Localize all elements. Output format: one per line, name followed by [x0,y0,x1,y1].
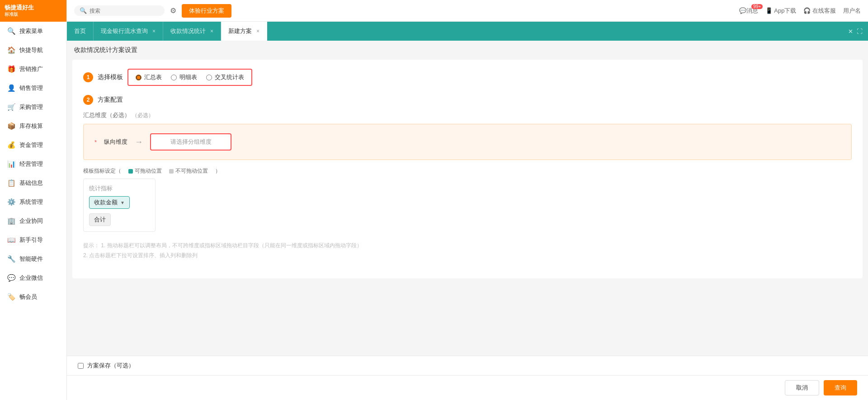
tab-label-bank-flow: 现金银行流水查询 [101,27,148,35]
basic-info-label: 基础信息 [19,179,43,187]
radio-summary-input[interactable] [136,75,142,80]
search-input[interactable] [90,8,153,14]
logo-sub: 标准版 [5,11,34,18]
legend-close: ） [215,167,221,175]
sidebar-item-quick-nav[interactable]: 🏠快捷导航 [0,41,66,60]
tab-close-bank-flow[interactable]: × [152,28,156,34]
marketing-icon: 🎁 [7,65,16,73]
support-label: 在线客服 [812,7,836,14]
sidebar-item-new-guide[interactable]: 📖新手引导 [0,231,66,249]
support-button[interactable]: 🎧 在线客服 [803,7,836,15]
finance-label: 资金管理 [19,141,43,149]
operation-label: 经营管理 [19,160,43,168]
sidebar-item-smart-hw[interactable]: 🔧智能硬件 [0,249,66,268]
tab-close-new-plan[interactable]: × [256,28,259,34]
sidebar-item-search-menu[interactable]: 🔍搜索菜单 [0,22,66,41]
sidebar-item-sys-mgmt[interactable]: ⚙️系统管理 [0,193,66,212]
step2-label: 方案配置 [98,96,123,104]
tab-collection-stat[interactable]: 收款情况统计× [163,22,221,41]
sidebar-item-marketing[interactable]: 🎁营销推广 [0,60,66,79]
message-icon: 💬 [739,7,746,14]
hint-area: 提示： 1. 拖动标题栏可以调整布局，不可跨维度或指标区域拖动栏目字段（只能在同… [83,241,852,260]
close-window-icon[interactable]: ✕ [848,28,853,35]
quick-nav-icon: 🏠 [7,46,16,54]
corp-wechat-label: 企业微信 [19,274,43,282]
step1-num: 1 [83,72,93,82]
radio-summary-label[interactable]: 汇总表 [144,73,162,81]
metrics-tag-revenue[interactable]: 收款金额 ▼ [89,196,130,209]
step1-label: 选择模板 [98,73,123,81]
finance-icon: 💰 [7,141,16,149]
sales-icon: 👤 [7,84,16,92]
radio-cross[interactable]: 交叉统计表 [206,73,244,81]
legend-draggable: 可拖动位置 [128,167,162,175]
sidebar: 畅捷通好生 标准版 🔍搜索菜单🏠快捷导航🎁营销推广👤销售管理🛒采购管理📦库存核算… [0,0,67,400]
search-icon: 🔍 [80,7,87,14]
radio-cross-input[interactable] [206,75,212,80]
messages-button[interactable]: 💬 消息 99+ [739,7,758,15]
tab-new-plan[interactable]: 新建方案× [221,22,267,41]
download-label: App下载 [774,7,796,14]
messages-badge: 99+ [751,4,763,9]
tab-bank-flow[interactable]: 现金银行流水查询× [94,22,163,41]
trial-button[interactable]: 体验行业方案 [182,4,231,18]
radio-cross-label[interactable]: 交叉统计表 [215,73,244,81]
sidebar-item-corp-coop[interactable]: 🏢企业协同 [0,212,66,231]
sidebar-item-member[interactable]: 🏷️畅会员 [0,287,66,306]
inventory-label: 库存核算 [19,122,43,130]
metrics-table: 统计指标 收款金额 ▼ 合计 [83,179,156,232]
dimension-select-button[interactable]: 请选择分组维度 [150,133,231,151]
sidebar-item-inventory[interactable]: 📦库存核算 [0,117,66,136]
corp-coop-icon: 🏢 [7,217,16,225]
corp-coop-label: 企业协同 [19,217,43,225]
topbar: 🔍 ⚙ 体验行业方案 💬 消息 99+ 📱 App下载 🎧 在线客服 用户名 [67,0,868,22]
topbar-right: 💬 消息 99+ 📱 App下载 🎧 在线客服 用户名 [739,7,861,15]
sidebar-logo: 畅捷通好生 标准版 [0,0,66,22]
step1-header: 1 选择模板 汇总表 明细表 交叉统计表 [83,69,852,86]
download-button[interactable]: 📱 App下载 [765,7,796,15]
tab-home[interactable]: 首页 [67,22,94,41]
required-star: * [94,139,97,146]
member-icon: 🏷️ [7,293,16,301]
radio-detail-input[interactable] [171,75,177,80]
smart-hw-label: 智能硬件 [19,255,43,263]
tab-close-collection-stat[interactable]: × [210,28,213,34]
dimension-arrow: → [135,137,143,147]
step1-section: 1 选择模板 汇总表 明细表 交叉统计表 [83,69,852,86]
main-card: 1 选择模板 汇总表 明细表 交叉统计表 [72,60,863,278]
save-label[interactable]: 方案保存（可选） [87,362,134,370]
search-menu-label: 搜索菜单 [19,27,43,35]
operation-icon: 📊 [7,160,16,168]
sys-mgmt-label: 系统管理 [19,198,43,206]
radio-summary[interactable]: 汇总表 [136,73,162,81]
support-icon: 🎧 [803,7,811,14]
legend-row: 模板指标设定（ 可拖动位置 不可拖动位置 ） [83,167,852,175]
sidebar-item-purchase[interactable]: 🛒采购管理 [0,98,66,117]
user-name[interactable]: 用户名 [843,7,861,15]
cancel-button[interactable]: 取消 [785,380,819,395]
sidebar-item-sales[interactable]: 👤销售管理 [0,79,66,98]
radio-detail[interactable]: 明细表 [171,73,197,81]
non-draggable-dot [169,169,174,174]
search-menu-icon: 🔍 [7,27,16,35]
radio-detail-label[interactable]: 明细表 [179,73,197,81]
metrics-settings-label: 模板指标设定（ [83,167,121,175]
sys-mgmt-icon: ⚙️ [7,198,16,206]
search-box[interactable]: 🔍 [74,5,165,16]
query-button[interactable]: 查询 [824,380,857,395]
sidebar-item-finance[interactable]: 💰资金管理 [0,136,66,155]
step2-section: 2 方案配置 汇总维度（必选） * 纵向维度 → 请选择分组维度 [83,95,852,260]
smart-hw-icon: 🔧 [7,255,16,263]
save-row: 方案保存（可选） [67,356,868,375]
maximize-icon[interactable]: ⛶ [857,28,863,35]
hint-line-2: 2. 点击标题栏下拉可设置排序、插入列和删除列 [83,251,852,261]
gear-icon[interactable]: ⚙ [170,6,176,15]
save-checkbox[interactable] [78,363,84,369]
footer-bar: 取消 查询 [67,375,868,400]
dimension-row: * 纵向维度 → 请选择分组维度 [94,133,840,151]
tabbar-controls: ✕ ⛶ [843,22,868,41]
tab-label-collection-stat: 收款情况统计 [170,27,206,35]
sidebar-item-operation[interactable]: 📊经营管理 [0,155,66,174]
sidebar-item-basic-info[interactable]: 📋基础信息 [0,174,66,193]
sidebar-item-corp-wechat[interactable]: 💬企业微信 [0,268,66,287]
